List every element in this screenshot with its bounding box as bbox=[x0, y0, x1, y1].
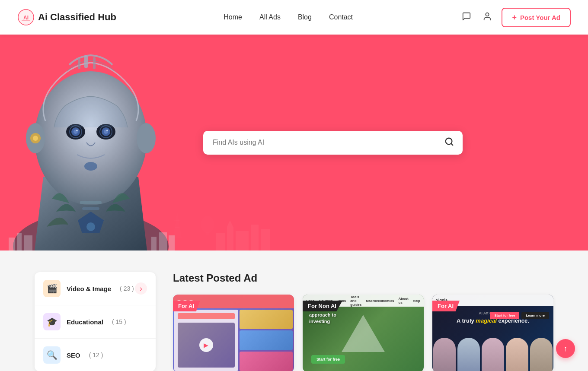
logo-link[interactable]: AI Ai Classified Hub bbox=[17, 9, 116, 26]
svg-marker-39 bbox=[227, 220, 233, 227]
sidebar-arrow-video: › bbox=[135, 282, 147, 295]
nav-item-allads[interactable]: All Ads bbox=[259, 13, 281, 21]
thumb1-body: ▶ bbox=[173, 308, 294, 371]
svg-rect-37 bbox=[251, 225, 259, 251]
nav-item-home[interactable]: Home bbox=[224, 13, 242, 21]
thumb1-panel-c bbox=[240, 352, 293, 371]
ad-badge-3: For AI bbox=[432, 301, 460, 311]
thumb2-headline: approach toinvesting bbox=[309, 312, 336, 325]
sidebar-item-count-edu: ( 15 ) bbox=[112, 318, 126, 325]
logo-icon: AI bbox=[17, 9, 35, 26]
navbar: AI Ai Classified Hub Home All Ads Blog C… bbox=[0, 0, 588, 35]
thumb2-triangle bbox=[342, 315, 385, 352]
sidebar-item-name-edu: Educational bbox=[67, 318, 103, 326]
thumb2-nav-help: Help bbox=[413, 299, 420, 303]
sidebar-card: 🎬 Video & Image ( 23 ) › 🎓 Educational (… bbox=[35, 272, 156, 371]
svg-point-5 bbox=[35, 71, 147, 205]
ad-card-3[interactable]: For AI Signia AI Art Generator A truly m… bbox=[432, 295, 553, 371]
sidebar-item-video[interactable]: 🎬 Video & Image ( 23 ) › bbox=[35, 272, 156, 305]
svg-rect-2 bbox=[22, 20, 30, 21]
hero-content bbox=[203, 105, 588, 181]
ad-image-2: For Non AI Logo Courses Tools Tools and … bbox=[303, 295, 424, 371]
thumb2-nav-guides: Tools and guides bbox=[350, 295, 361, 307]
svg-rect-35 bbox=[227, 227, 233, 251]
sidebar-item-left-seo: 🔍 SEO ( 12 ) bbox=[43, 346, 103, 364]
navbar-right: + Post Your Ad bbox=[460, 8, 571, 27]
video-icon: 🎬 bbox=[47, 283, 58, 294]
sidebar-item-name-seo: SEO bbox=[67, 352, 80, 359]
search-button[interactable] bbox=[436, 131, 463, 155]
logo-text: Ai Classified Hub bbox=[38, 12, 116, 23]
svg-marker-42 bbox=[173, 212, 182, 238]
thumb1-play: ▶ bbox=[199, 338, 213, 352]
thumb3-cta-btn2: Learn more bbox=[521, 312, 549, 319]
ad-image-1: For AI ▶ bbox=[173, 295, 294, 371]
ad-image-3: For AI Signia AI Art Generator A truly m… bbox=[432, 295, 553, 371]
thumb1-main-panel: ▶ bbox=[174, 310, 238, 371]
thumb3-figure-5 bbox=[530, 338, 553, 371]
svg-point-20 bbox=[106, 130, 108, 131]
svg-rect-34 bbox=[216, 233, 225, 251]
ads-grid: For AI ▶ bbox=[173, 295, 553, 371]
thumb3-figure-3 bbox=[482, 338, 504, 371]
video-icon-bg: 🎬 bbox=[43, 280, 61, 297]
thumb1-video-area: ▶ bbox=[178, 323, 235, 368]
edu-icon-bg: 🎓 bbox=[43, 313, 61, 330]
svg-rect-41 bbox=[206, 232, 209, 235]
nav-item-blog[interactable]: Blog bbox=[298, 13, 312, 21]
svg-rect-10 bbox=[84, 55, 88, 68]
sidebar-item-educational[interactable]: 🎓 Educational ( 15 ) bbox=[35, 305, 156, 339]
user-icon-button[interactable] bbox=[481, 10, 494, 25]
thumb1-side-panels bbox=[240, 310, 293, 371]
sidebar-item-name-video: Video & Image bbox=[67, 285, 111, 292]
ads-section: Latest Posted Ad For AI bbox=[173, 272, 553, 371]
thumb3-figure-1 bbox=[433, 338, 456, 371]
sidebar: 🎬 Video & Image ( 23 ) › 🎓 Educational (… bbox=[35, 272, 156, 371]
ad-badge-2: For Non AI bbox=[303, 301, 342, 311]
post-ad-plus-icon: + bbox=[512, 13, 517, 22]
svg-rect-11 bbox=[78, 58, 80, 69]
search-input[interactable] bbox=[203, 131, 436, 154]
edu-icon: 🎓 bbox=[47, 317, 58, 327]
thumb1-panel-a bbox=[240, 310, 293, 329]
nav-item-contact[interactable]: Contact bbox=[329, 13, 353, 21]
thumb2-nav-macro: Macroeconomics bbox=[366, 299, 394, 303]
thumb3-cta-btn1: Start for free bbox=[490, 312, 519, 319]
post-ad-button[interactable]: + Post Your Ad bbox=[502, 8, 571, 27]
thumb3-figure-2 bbox=[457, 338, 480, 371]
svg-point-9 bbox=[137, 123, 156, 153]
thumb3-figure-4 bbox=[506, 338, 528, 371]
ad-badge-1: For AI bbox=[173, 301, 200, 311]
thumb3-figures bbox=[432, 338, 553, 371]
navbar-nav: Home All Ads Blog Contact bbox=[224, 13, 353, 21]
sidebar-item-count-video: ( 23 ) bbox=[120, 285, 134, 292]
sidebar-item-left-edu: 🎓 Educational ( 15 ) bbox=[43, 313, 126, 330]
nav-link-blog[interactable]: Blog bbox=[298, 13, 312, 21]
user-icon bbox=[483, 12, 492, 21]
seo-icon: 🔍 bbox=[47, 350, 58, 360]
sidebar-item-count-seo: ( 12 ) bbox=[89, 352, 103, 358]
main-content: 🎬 Video & Image ( 23 ) › 🎓 Educational (… bbox=[17, 251, 571, 371]
svg-rect-44 bbox=[175, 227, 179, 228]
thumb1-title-bar bbox=[178, 313, 235, 319]
nav-link-allads[interactable]: All Ads bbox=[259, 13, 281, 21]
sidebar-item-left-video: 🎬 Video & Image ( 23 ) bbox=[43, 280, 134, 297]
section-title: Latest Posted Ad bbox=[173, 272, 553, 284]
thumb3-buttons: Start for free Learn more bbox=[490, 312, 549, 319]
search-bar bbox=[203, 131, 463, 155]
thumb2-cta: Start for free bbox=[311, 355, 345, 364]
svg-point-19 bbox=[76, 130, 78, 131]
svg-point-23 bbox=[84, 162, 97, 171]
ad-card-2[interactable]: For Non AI Logo Courses Tools Tools and … bbox=[303, 295, 424, 371]
scroll-to-top-button[interactable]: ↑ bbox=[556, 339, 575, 358]
ad-card-1[interactable]: For AI ▶ bbox=[173, 295, 294, 371]
scroll-top-icon: ↑ bbox=[564, 344, 568, 353]
svg-point-40 bbox=[201, 216, 214, 233]
chat-icon bbox=[462, 12, 471, 21]
post-ad-label: Post Your Ad bbox=[520, 14, 560, 21]
sidebar-item-seo[interactable]: 🔍 SEO ( 12 ) bbox=[35, 339, 156, 371]
svg-rect-38 bbox=[261, 229, 270, 251]
chat-icon-button[interactable] bbox=[460, 10, 473, 25]
nav-link-home[interactable]: Home bbox=[224, 13, 242, 21]
nav-link-contact[interactable]: Contact bbox=[329, 13, 353, 21]
